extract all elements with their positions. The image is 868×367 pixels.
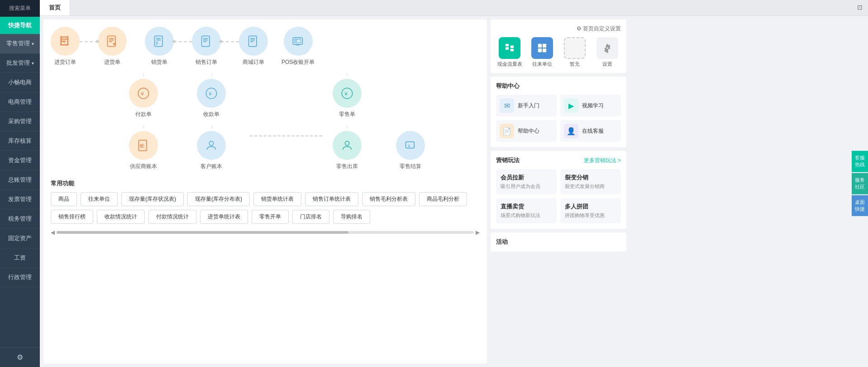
sidebar-item-retail[interactable]: 零售管理 ▾ [0,34,40,53]
func-btn-goods[interactable]: 商品 [51,192,77,206]
svg-point-35 [209,141,213,145]
wf-circle-retail[interactable]: ¥ [333,79,362,108]
sidebar-item-wholesale[interactable]: 批发管理 ▾ [0,53,40,73]
func-btn-stock2[interactable]: 现存量(库存分布表) [187,192,250,206]
func-btn-payment-stat[interactable]: 付款情况统计 [148,210,196,224]
quick-nav-header: ⚙ 首页自定义设置 [496,25,621,33]
left-panel: ✎ 进货订单 ▶ 进货单 [43,19,487,363]
func-btn-gross-profit[interactable]: 销售毛利分析表 [362,192,415,206]
marketing-item-group[interactable]: 多人拼团 拼团购物享受优惠 [560,198,621,223]
svg-text:帐: 帐 [140,143,145,149]
wf-circle-retail-out[interactable] [333,131,362,160]
svg-text:¥: ¥ [140,91,144,97]
content-area: ✎ 进货订单 ▶ 进货单 [40,16,868,367]
sidebar-item-tax[interactable]: 税务管理 [0,209,40,229]
wf-col-retail-down: ↓ ¥ 零售单 [322,70,372,118]
float-btn-service[interactable]: 客服热线 [852,151,868,172]
wf-circle-purchase[interactable] [98,27,127,56]
sidebar-item-admin[interactable]: 行政管理 [0,268,40,287]
wf-circle-sale-order[interactable] [192,27,221,56]
sidebar-settings-icon[interactable]: ⚙ [0,348,40,367]
workflow-row3-container: ↓ 帐 供应商账本 ↓ 客户账本 [51,122,480,170]
svg-rect-12 [156,38,161,39]
func-btn-sales-order-stat[interactable]: 销售订单统计表 [305,192,358,206]
wf-label-supplier: 供应商账本 [130,163,157,170]
svg-text:✎: ✎ [63,41,66,44]
func-btn-retail-order[interactable]: 零售开单 [252,210,289,224]
func-btn-sales-stat[interactable]: 销货单统计表 [253,192,301,206]
svg-rect-17 [203,40,208,41]
svg-rect-8 [109,38,114,39]
func-btn-purchase-stat[interactable]: 进货单统计表 [200,210,248,224]
wf-circle-sale[interactable]: ¥ [145,27,174,56]
wf-arrow-3: ◀ [221,41,239,42]
func-btn-sales-rank[interactable]: 销售排行榜 [51,210,93,224]
cashflow-label: 现金流量表 [497,61,522,68]
wf-label-sale-order: 销售订单 [196,58,217,66]
marketing-item-member[interactable]: 会员拉新 吸引用户成为会员 [496,169,557,194]
tab-bar: 首页 ⊡ [40,0,868,16]
svg-text:¥: ¥ [344,91,348,97]
quick-nav-card: ⚙ 首页自定义设置 现金流量表 往来单位 [491,19,626,73]
sidebar-item-ledger[interactable]: 总账管理 [0,170,40,190]
group-title: 多人拼团 [565,203,616,211]
quick-icon-cashflow[interactable]: 现金流量表 [496,37,523,68]
wf-circle-payment[interactable]: ¥ [129,79,158,108]
scroll-right[interactable]: ▶ [476,229,480,236]
marketing-card: 营销玩法 更多营销玩法 > 会员拉新 吸引用户成为会员 裂变分销 裂变式发展分销… [491,151,626,229]
quick-icon-empty[interactable]: 暂无 [561,37,588,68]
marketing-item-live[interactable]: 直播卖货 场景式购物新玩法 [496,198,557,223]
sidebar-search[interactable]: 搜索菜单 [0,0,40,17]
marketing-more-btn[interactable]: 更多营销玩法 > [584,157,621,164]
func-btn-receipt-stat[interactable]: 收款情况统计 [97,210,145,224]
partner-label: 往来单位 [532,61,552,68]
float-buttons: 客服热线 服务社区 桌面快捷 [852,151,868,216]
scroll-track[interactable] [57,231,474,234]
svg-rect-10 [109,41,112,42]
wf-circle-receipt[interactable]: ¥ [197,79,226,108]
help-item-service[interactable]: 👤 在线客服 [560,120,621,142]
help-item-beginner[interactable]: ✉ 新手入门 [496,95,557,116]
beginner-label: 新手入门 [518,102,539,110]
sidebar-item-ecommerce[interactable]: 电商管理 [0,92,40,112]
help-item-help[interactable]: 📄 帮助中心 [496,120,557,142]
homepage-settings-btn[interactable]: ⚙ 首页自定义设置 [577,25,621,33]
fission-title: 裂变分销 [565,174,616,182]
float-btn-desktop[interactable]: 桌面快捷 [852,195,868,216]
quick-icon-settings[interactable]: 设置 [594,37,621,68]
quick-icon-partner[interactable]: 往来单位 [529,37,556,68]
func-btn-goods-profit[interactable]: 商品毛利分析 [419,192,467,206]
sidebar-item-assets[interactable]: 固定资产 [0,229,40,248]
activity-card: 活动 [491,232,626,251]
sidebar-item-ecommerce-small[interactable]: 小畅电商 [0,73,40,92]
svg-rect-39 [506,44,509,47]
group-desc: 拼团购物享受优惠 [565,212,616,219]
wf-circle-purchase-order[interactable]: ✎ [51,27,80,56]
sidebar-item-inventory[interactable]: 库存核算 [0,131,40,151]
svg-rect-22 [250,41,253,42]
svg-rect-4 [61,44,69,45]
func-btn-guide-rank[interactable]: 导购排名 [333,210,370,224]
marketing-item-fission[interactable]: 裂变分销 裂变式发展分销商 [560,169,621,194]
wf-circle-customer[interactable] [197,131,226,160]
func-btn-partner[interactable]: 往来单位 [81,192,118,206]
sidebar-item-invoice[interactable]: 发票管理 [0,190,40,209]
wf-circle-supplier[interactable]: 帐 [129,131,158,160]
func-btn-store-rank[interactable]: 门店排名 [292,210,329,224]
svg-rect-9 [109,40,114,41]
tab-close[interactable]: ⊡ [852,0,868,15]
wf-circle-pos[interactable]: ¥ [284,27,313,56]
wf-arrow-1: ▶ [80,41,98,42]
wf-circle-retail-settle[interactable]: ¥ [396,131,425,160]
wf-col-customer: ↓ 客户账本 [186,122,236,170]
sidebar-item-funds[interactable]: 资金管理 [0,151,40,170]
float-btn-community[interactable]: 服务社区 [852,173,868,194]
tab-home[interactable]: 首页 [40,0,70,15]
wf-circle-mall-order[interactable] [239,27,268,56]
sidebar-item-purchase[interactable]: 采购管理 [0,112,40,131]
svg-rect-5 [67,36,68,45]
scroll-left[interactable]: ◀ [51,229,55,236]
sidebar-item-salary[interactable]: 工资 [0,248,40,268]
help-item-video[interactable]: ▶ 视频学习 [560,95,621,116]
func-btn-stock1[interactable]: 现存量(库存状况表) [121,192,184,206]
